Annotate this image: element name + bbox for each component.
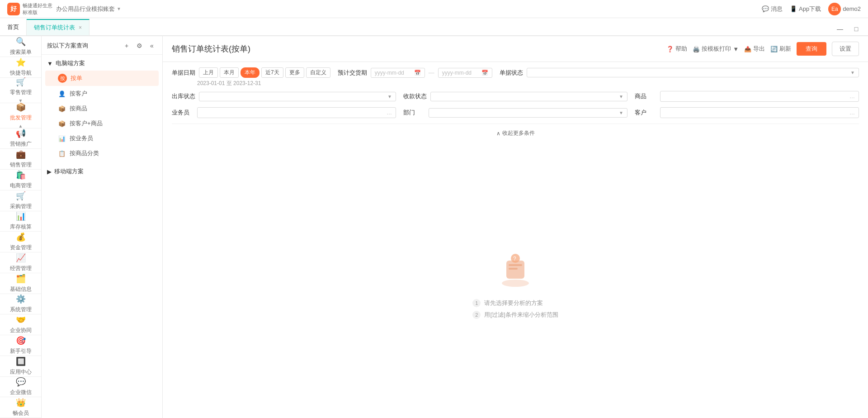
tabbar-right: — □: [834, 23, 868, 35]
scheme-item-by-customer-product[interactable]: 📦 按客户+商品: [45, 116, 159, 131]
chevron-down-icon: ▼: [619, 110, 623, 115]
ellipsis-icon-3[interactable]: …: [849, 109, 855, 116]
add-scheme-btn[interactable]: +: [122, 41, 132, 51]
left-panel-title: 按以下方案查询: [47, 42, 88, 50]
filter-cell-department: 部门 ▼: [403, 108, 627, 118]
tab-home[interactable]: 首页: [0, 19, 27, 35]
status-select[interactable]: ▼: [527, 68, 859, 77]
date-btn-last-month[interactable]: 上月: [199, 67, 218, 78]
scheme-group-label: 电脑端方案: [56, 59, 85, 67]
sidebar-item-system[interactable]: ⚙️ 系统管理: [0, 294, 41, 315]
gear-icon: ⚙: [137, 42, 142, 49]
date-btn-more[interactable]: 更多: [285, 67, 304, 78]
ecommerce-icon: 🛍️: [16, 170, 26, 180]
scheme-item-by-customer[interactable]: 👤 按客户: [45, 86, 159, 101]
chevron-down-icon: ▼: [850, 70, 855, 75]
sidebar-item-finance[interactable]: 💰 资金管理: [0, 232, 41, 252]
settings-scheme-btn[interactable]: ⚙: [134, 41, 144, 51]
collapse-btn[interactable]: ∧ 收起更多条件: [172, 127, 859, 140]
filter-cell-product: 商品 …: [635, 91, 859, 102]
delivery-status-label: 出库状态: [172, 92, 195, 100]
expected-date-start[interactable]: yyyy-mm-dd 📅: [371, 68, 425, 78]
plus-icon: +: [125, 42, 128, 49]
maximize-btn[interactable]: □: [850, 23, 863, 35]
page-header: 销售订单统计表(按单) ❓ 帮助 🖨️ 按模板打印 ▼ 📤: [163, 36, 868, 62]
date-btn-custom[interactable]: 自定义: [306, 67, 330, 78]
department-select[interactable]: ▼: [429, 108, 627, 118]
app-download-btn[interactable]: 📱 App下载: [790, 5, 821, 13]
sidebar-item-wechat[interactable]: 💬 企业微信: [0, 377, 41, 398]
ellipsis-icon[interactable]: …: [849, 93, 855, 100]
empty-tip-1: 1 请先选择要分析的方案: [472, 299, 558, 307]
scheme-label: 按客户+商品: [70, 119, 103, 128]
scheme-item-by-product[interactable]: 📦 按商品: [45, 101, 159, 116]
collapse-panel-btn[interactable]: «: [147, 41, 157, 51]
inventory-icon: 📊: [16, 211, 26, 221]
query-btn[interactable]: 查询: [797, 42, 826, 56]
payment-status-label: 收款状态: [403, 92, 427, 100]
salesperson-select[interactable]: …: [197, 107, 396, 118]
filter-cell-status: 单据状态 ▼: [500, 68, 859, 77]
scheme-item-by-category[interactable]: 📋 按商品分类: [45, 146, 159, 161]
sidebar-item-operations[interactable]: 📈 经营管理: [0, 252, 41, 273]
date-btn-last-7days[interactable]: 近7天: [261, 67, 283, 78]
filter-cell-date: 单据日期 上月 本月 本年 近7天 更多 自定义: [172, 67, 330, 78]
sidebar-item-purchase[interactable]: 🛒 采购管理: [0, 190, 41, 211]
product-select[interactable]: …: [660, 91, 859, 102]
sidebar-item-retail[interactable]: 🛒 零售管理 ▼: [0, 78, 41, 103]
expected-date-label: 预计交货期: [338, 69, 367, 77]
marketing-icon: 📢: [16, 128, 26, 138]
sidebar-item-newbie[interactable]: 🎯 新手引导: [0, 335, 41, 356]
page-actions: ❓ 帮助 🖨️ 按模板打印 ▼ 📤 导出 �: [666, 42, 859, 56]
scheme-item-by-salesperson[interactable]: 📊 按业务员: [45, 131, 159, 146]
tab-active[interactable]: 销售订单统计表 ×: [27, 19, 90, 35]
scheme-group-label-mobile: 移动端方案: [54, 167, 84, 176]
ellipsis-icon-2[interactable]: …: [387, 109, 392, 116]
scheme-group-header-pc[interactable]: ▼ 电脑端方案: [42, 57, 162, 70]
sidebar-item-member[interactable]: 👑 畅会员: [0, 397, 41, 418]
user-menu[interactable]: Ea demo2: [828, 3, 861, 15]
sidebar-item-basic[interactable]: 🗂️ 基础信息: [0, 273, 41, 294]
tab-close-icon[interactable]: ×: [79, 24, 82, 31]
help-btn[interactable]: ❓ 帮助: [666, 45, 687, 53]
minimize-btn[interactable]: —: [834, 23, 846, 35]
tip-num-2: 2: [472, 311, 481, 319]
scheme-label: 按商品分类: [70, 149, 99, 157]
breadcrumb: 办公用品行业模拟账套 ▼: [56, 5, 121, 13]
filter-cell-salesperson: 业务员 …: [172, 107, 396, 118]
sidebar-item-wholesale[interactable]: 📦 批发管理 ▲: [0, 103, 41, 128]
sidebar-item-sales[interactable]: 💼 销售管理: [0, 149, 41, 170]
scheme-item-by-order[interactable]: 按 按单: [45, 71, 159, 86]
sidebar-item-appcenter[interactable]: 🔲 应用中心: [0, 356, 41, 377]
empty-state: ? 1 请先选择要分析的方案 2 用[过滤]条件来缩小分析范围: [163, 148, 868, 418]
chevron-up-icon: ∧: [496, 130, 500, 137]
enterprise-icon: 🤝: [16, 315, 26, 325]
wechat-icon: 💬: [16, 377, 26, 387]
sidebar-item-enterprise[interactable]: 🤝 企业协同: [0, 314, 41, 335]
filter-row-3: 业务员 … 部门 ▼ 客户: [172, 107, 859, 118]
delivery-status-select[interactable]: ▼: [199, 92, 396, 101]
date-btn-this-month[interactable]: 本月: [220, 67, 239, 78]
sidebar-shortcut[interactable]: ⭐ 快捷导航: [0, 57, 41, 78]
date-btn-this-year[interactable]: 本年: [241, 67, 259, 78]
sidebar-item-marketing[interactable]: 📢 营销推广: [0, 128, 41, 149]
scheme-group-header-mobile[interactable]: ▶ 移动端方案: [42, 165, 162, 178]
filter-cell-payment-status: 收款状态 ▼: [403, 92, 627, 101]
sidebar-search[interactable]: 🔍 搜索菜单: [0, 36, 41, 57]
date-label: 单据日期: [172, 69, 195, 77]
scheme-active-dot: 按: [58, 74, 67, 83]
messages-btn[interactable]: 💬 消息: [762, 5, 783, 13]
print-template-btn[interactable]: 🖨️ 按模板打印 ▼: [693, 45, 739, 53]
expected-date-end[interactable]: yyyy-mm-dd 📅: [438, 68, 492, 78]
sidebar-item-ecommerce[interactable]: 🛍️ 电商管理: [0, 170, 41, 190]
customer-select[interactable]: …: [660, 107, 859, 118]
sidebar-item-inventory[interactable]: 📊 库存核算: [0, 211, 41, 232]
refresh-btn[interactable]: 🔄 刷新: [770, 45, 791, 53]
salesperson-label: 业务员: [172, 109, 193, 117]
empty-tips: 1 请先选择要分析的方案 2 用[过滤]条件来缩小分析范围: [472, 299, 558, 319]
payment-status-select[interactable]: ▼: [430, 92, 627, 101]
export-btn[interactable]: 📤 导出: [744, 45, 765, 53]
setting-btn[interactable]: 设置: [832, 42, 859, 56]
print-icon: 🖨️: [693, 46, 700, 52]
breadcrumb-dropdown-icon[interactable]: ▼: [117, 6, 121, 11]
